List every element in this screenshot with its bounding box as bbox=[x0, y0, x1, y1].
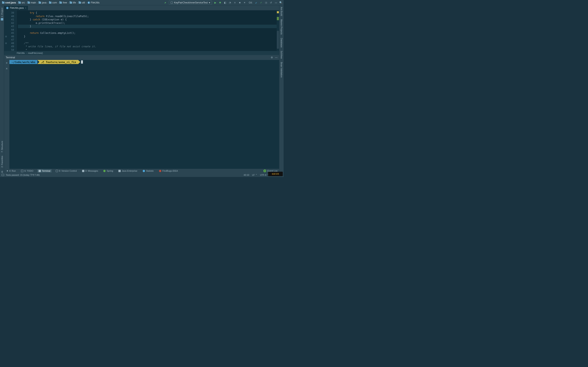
config-icon bbox=[171, 2, 173, 4]
structure-tool-button[interactable]: 7: Structure bbox=[0, 139, 4, 154]
statistic-tool-button[interactable]: Statistic bbox=[141, 169, 155, 173]
right-tool-stripe: Ant Build Maven Projects Database SciVie… bbox=[279, 5, 284, 177]
code-line[interactable]: return Files.readAllLines(filePath); bbox=[18, 15, 279, 18]
database-button[interactable]: Database bbox=[280, 36, 283, 49]
debug-icon[interactable]: ✱ bbox=[218, 1, 222, 4]
chevron-down-icon: ▾ bbox=[209, 1, 210, 4]
navigation-bar: cool.java›src›main›java›com›free›life›ut… bbox=[0, 0, 284, 5]
terminal-content[interactable]: ~/Code/work/ebs ⎇ feature/aone_ci_fix bbox=[9, 60, 279, 169]
git-label: Git: bbox=[249, 1, 252, 4]
code-breadcrumb[interactable]: FileUtils › readFileLines() bbox=[4, 51, 279, 55]
bean-validation-button[interactable]: Bean Validation bbox=[280, 60, 283, 79]
git-commit-icon[interactable]: ✓ bbox=[259, 1, 263, 4]
run-icon[interactable]: ▶ bbox=[214, 1, 217, 4]
gear-icon[interactable]: ⚙ bbox=[271, 56, 273, 59]
project-tool-button[interactable]: 1: Project bbox=[0, 6, 4, 22]
git-revert-icon[interactable]: ↺ bbox=[269, 1, 273, 4]
status-bar: Tests passed: 15 (today 下午7:49) 43:10 LF… bbox=[0, 173, 284, 177]
tab-label: FileUtils.java bbox=[10, 7, 24, 9]
attach-icon[interactable]: ≡ bbox=[233, 1, 236, 4]
git-update-icon[interactable]: ↙ bbox=[255, 1, 258, 4]
folder-icon bbox=[39, 2, 41, 4]
code-line[interactable]: } bbox=[18, 35, 279, 38]
editor-tab[interactable]: C FileUtils.java × bbox=[4, 6, 28, 10]
status-message: Tests passed: 15 (today 下午7:49) bbox=[6, 174, 40, 176]
tool-window-icon[interactable] bbox=[2, 174, 4, 176]
ant-build-button[interactable]: Ant Build bbox=[280, 5, 283, 17]
breadcrumb-segment[interactable]: free bbox=[59, 1, 68, 4]
breadcrumb-segment[interactable]: life bbox=[69, 1, 77, 4]
warning-marker[interactable] bbox=[277, 11, 279, 13]
terminal-tool-button[interactable]: Terminal bbox=[37, 169, 52, 173]
search-icon[interactable]: 🔍 bbox=[279, 1, 282, 4]
code-line[interactable]: return Collections.emptyList(); bbox=[18, 31, 279, 35]
todo-tool-button[interactable]: 6: TODO bbox=[20, 169, 35, 173]
close-session-button[interactable]: × bbox=[6, 67, 8, 71]
breadcrumb-segment[interactable]: com bbox=[48, 1, 58, 4]
event-badge: 2 bbox=[263, 169, 266, 172]
build-icon[interactable] bbox=[164, 1, 167, 4]
code-line[interactable]: } bbox=[18, 25, 279, 28]
folder-icon bbox=[27, 2, 30, 4]
run-tool-button[interactable]: 4: Run bbox=[6, 169, 17, 173]
code-line[interactable]: } catch (IOException e) { bbox=[18, 18, 279, 21]
prompt-branch: ⎇ feature/aone_ci_fix bbox=[37, 60, 78, 64]
breadcrumb[interactable]: cool.java›src›main›java›com›free›life›ut… bbox=[1, 1, 100, 4]
favorites-tool-button[interactable]: 2: Favorites bbox=[0, 154, 4, 169]
findbugs-tool-button[interactable]: FindBugs-IDEA bbox=[158, 169, 179, 173]
breadcrumb-class[interactable]: FileUtils bbox=[17, 52, 25, 54]
scroll-markers[interactable] bbox=[277, 10, 279, 51]
code-line[interactable] bbox=[18, 38, 279, 42]
editor-tabs: C FileUtils.java × bbox=[0, 5, 284, 10]
scrollbar-thumb[interactable] bbox=[277, 31, 279, 49]
prompt: ~/Code/work/ebs ⎇ feature/aone_ci_fix bbox=[9, 60, 279, 64]
run-configuration-select[interactable]: KeyPairCheckInnerServiceTest ▾ bbox=[169, 1, 212, 5]
breadcrumb-sep: › bbox=[26, 52, 27, 54]
code-editor[interactable]: 39404142434445⊟4647⊟484950 try { return … bbox=[4, 10, 279, 51]
class-icon: C bbox=[6, 7, 9, 9]
messages-tool-button[interactable]: 0: Messages bbox=[81, 169, 99, 173]
toolbar: KeyPairCheckInnerServiceTest ▾ ▶ ✱ ◧ ◔ ≡… bbox=[164, 1, 282, 5]
terminal-panel: Terminal ⚙ — + × ~/Code/work/ebs ⎇ featu… bbox=[4, 55, 279, 169]
code-line[interactable]: try { bbox=[18, 11, 279, 15]
breadcrumb-segment[interactable]: CFileUtils bbox=[87, 1, 100, 4]
folder-icon bbox=[60, 2, 62, 4]
folder-icon bbox=[79, 2, 81, 4]
close-icon[interactable]: × bbox=[25, 7, 26, 9]
run-config-label: KeyPairCheckInnerServiceTest bbox=[174, 1, 208, 4]
code-line[interactable]: /** bbox=[18, 42, 279, 45]
new-session-button[interactable]: + bbox=[6, 61, 8, 65]
git-history-icon[interactable]: ◷ bbox=[264, 1, 268, 4]
line-separator[interactable]: LF ⌃ bbox=[252, 174, 257, 176]
breadcrumb-segment[interactable]: src bbox=[17, 1, 26, 4]
breadcrumb-segment[interactable]: java bbox=[38, 1, 47, 4]
code-line[interactable] bbox=[18, 28, 279, 32]
code-body[interactable]: try { return Files.readAllLines(filePath… bbox=[17, 10, 279, 51]
spring-tool-button[interactable]: Spring bbox=[102, 169, 114, 173]
sciview-button[interactable]: SciView bbox=[280, 49, 283, 60]
prompt-path: ~/Code/work/ebs bbox=[9, 60, 37, 64]
folder-icon bbox=[2, 2, 4, 4]
profile-icon[interactable]: ◔ bbox=[228, 1, 232, 4]
code-line[interactable]: * write file lines, if file not exist cr… bbox=[18, 45, 279, 48]
encoding[interactable]: UTF-8 ⌃ bbox=[260, 174, 269, 176]
gutter[interactable]: 39404142434445⊟4647⊟484950 bbox=[4, 10, 17, 51]
terminal-cursor bbox=[81, 60, 83, 64]
wand-icon[interactable]: ✶ bbox=[243, 1, 246, 4]
terminal-title: Terminal bbox=[6, 56, 15, 59]
caret-position[interactable]: 43:10 bbox=[243, 174, 249, 176]
code-line[interactable]: e.printStackTrace(); bbox=[18, 21, 279, 25]
stop-icon[interactable]: ■ bbox=[238, 1, 241, 4]
watermark: 创新互联 bbox=[268, 172, 283, 176]
breadcrumb-segment[interactable]: cool.java bbox=[1, 1, 17, 4]
breadcrumb-segment[interactable]: util bbox=[78, 1, 86, 4]
breadcrumb-method[interactable]: readFileLines() bbox=[28, 52, 43, 54]
open-folder-icon[interactable]: ▭ bbox=[274, 1, 277, 4]
folder-icon bbox=[18, 2, 21, 4]
version-control-tool-button[interactable]: 9: Version Control bbox=[54, 169, 78, 173]
maven-projects-button[interactable]: Maven Projects bbox=[280, 17, 283, 36]
minimize-icon[interactable]: — bbox=[275, 56, 277, 59]
coverage-icon[interactable]: ◧ bbox=[223, 1, 227, 4]
breadcrumb-segment[interactable]: main bbox=[27, 1, 37, 4]
java-ee-tool-button[interactable]: Java Enterprise bbox=[117, 169, 138, 173]
